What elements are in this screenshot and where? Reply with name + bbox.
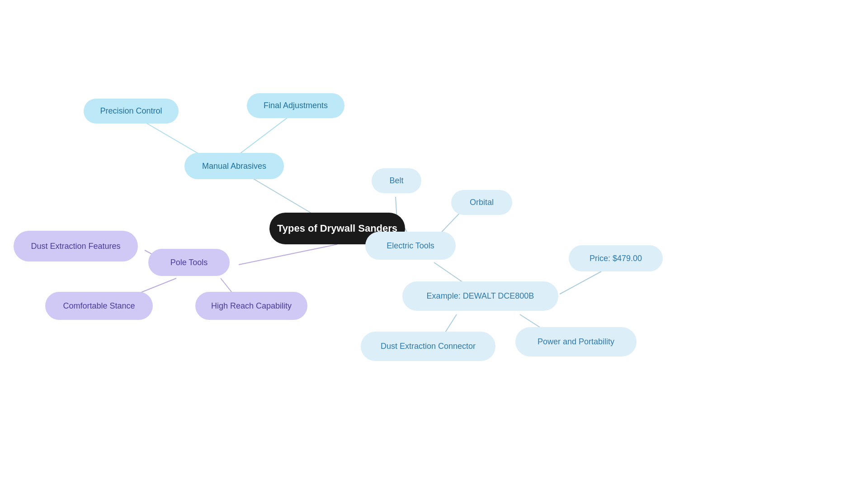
electric-tools-node: Electric Tools <box>365 232 456 260</box>
orbital-node: Orbital <box>451 190 512 215</box>
comfortable-stance-node: Comfortable Stance <box>45 292 153 320</box>
comfortable-stance-label: Comfortable Stance <box>63 301 135 311</box>
high-reach-capability-label: High Reach Capability <box>211 301 292 311</box>
example-dewalt-label: Example: DEWALT DCE800B <box>427 291 534 301</box>
belt-label: Belt <box>389 176 403 186</box>
dust-extraction-connector-label: Dust Extraction Connector <box>381 342 476 351</box>
electric-tools-label: Electric Tools <box>387 241 434 251</box>
dust-extraction-features-label: Dust Extraction Features <box>31 242 120 251</box>
orbital-label: Orbital <box>470 198 494 207</box>
pole-tools-node: Pole Tools <box>148 249 230 276</box>
dust-extraction-features-node: Dust Extraction Features <box>14 231 138 262</box>
belt-node: Belt <box>372 168 421 193</box>
final-adjustments-node: Final Adjustments <box>247 93 344 118</box>
example-dewalt-node: Example: DEWALT DCE800B <box>402 281 558 311</box>
svg-line-3 <box>239 244 337 265</box>
dust-extraction-connector-node: Dust Extraction Connector <box>361 332 495 361</box>
power-and-portability-label: Power and Portability <box>538 337 614 347</box>
precision-control-label: Precision Control <box>100 106 162 116</box>
power-and-portability-node: Power and Portability <box>515 327 637 357</box>
pole-tools-label: Pole Tools <box>170 258 208 267</box>
manual-abrasives-node: Manual Abrasives <box>184 153 284 179</box>
final-adjustments-label: Final Adjustments <box>264 101 328 110</box>
price-node: Price: $479.00 <box>569 245 663 271</box>
precision-control-node: Precision Control <box>84 99 179 124</box>
svg-line-11 <box>560 271 601 294</box>
high-reach-capability-node: High Reach Capability <box>195 292 307 320</box>
price-label: Price: $479.00 <box>590 254 642 263</box>
manual-abrasives-label: Manual Abrasives <box>202 162 266 171</box>
